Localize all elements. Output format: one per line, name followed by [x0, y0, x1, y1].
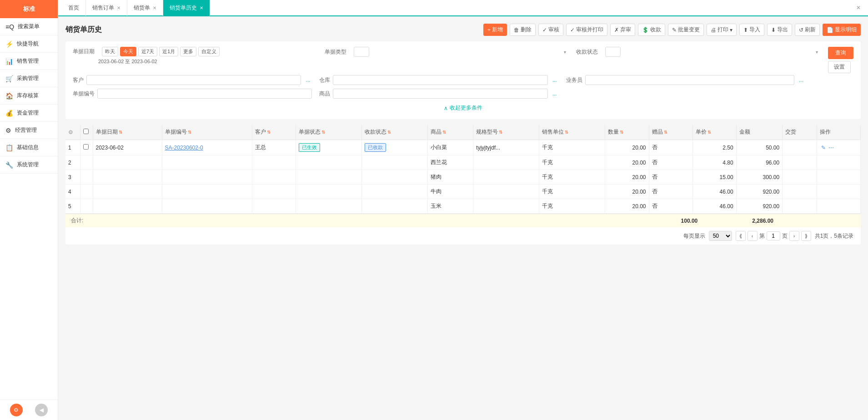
cell-collect-status	[362, 170, 428, 185]
table-row: 3 猪肉 千克 20.00 否 15.00 300.00	[65, 170, 861, 185]
date-btn-1month[interactable]: 近1月	[159, 47, 178, 56]
col-collect-status[interactable]: 收款状态⇅	[362, 125, 428, 140]
tab-close-sales-order[interactable]: ✕	[117, 5, 120, 10]
sidebar-settings-btn[interactable]: ⚙	[10, 404, 23, 416]
filter-area: 单据日期 昨天 今天 近7天 近1月 更多 自定义 2023-06-02 至 2…	[65, 41, 861, 119]
goods-input[interactable]	[333, 89, 547, 99]
collect-select[interactable]	[605, 47, 621, 57]
cell-spec	[473, 170, 539, 185]
new-button[interactable]: + 新增	[483, 24, 507, 36]
collect-button[interactable]: 💲 收款	[638, 24, 665, 36]
order-no-sort-icon: ⇅	[188, 130, 191, 135]
sidebar-item-basic-info[interactable]: 📋 基础信息	[0, 139, 58, 156]
col-order-status[interactable]: 单据状态⇅	[296, 125, 361, 140]
page-prev-btn[interactable]: ‹	[748, 231, 758, 241]
col-goods[interactable]: 商品⇅	[428, 125, 473, 140]
sidebar-collapse-btn[interactable]: ◀	[35, 404, 48, 416]
setting-button[interactable]: 设置	[828, 61, 851, 73]
salesman-ellipsis[interactable]: ...	[797, 77, 805, 83]
cell-actions: ✎⋯	[817, 140, 860, 155]
col-gear[interactable]: ⚙	[65, 125, 80, 140]
price-sort-icon: ⇅	[707, 130, 711, 135]
batch-change-button[interactable]: ✎ 批量变更	[668, 24, 704, 36]
page-input[interactable]	[767, 231, 780, 240]
goods-sort-icon: ⇅	[442, 130, 446, 135]
col-qty[interactable]: 数量⇅	[605, 125, 649, 140]
page-label-prefix: 第	[759, 232, 765, 240]
warehouse-input[interactable]	[333, 75, 547, 85]
table-row: 2 西兰花 千克 20.00 否 4.80 96.00	[65, 155, 861, 170]
per-page-select[interactable]: 50 100	[709, 231, 732, 241]
table-header-row: ⚙ 单据日期⇅ 单据编号⇅ 客户⇅	[65, 125, 861, 140]
tab-sales-history[interactable]: 销货单历史 ✕	[163, 0, 210, 16]
row-checkbox[interactable]	[83, 144, 89, 150]
cell-price: 15.00	[692, 170, 736, 185]
date-sort-icon: ⇅	[119, 130, 122, 135]
tab-sales-order[interactable]: 销售订单 ✕	[86, 0, 127, 16]
audit-button[interactable]: ✓ 审核	[538, 24, 563, 36]
sidebar-item-sales-mgmt[interactable]: 📊 销售管理	[0, 53, 58, 70]
col-customer[interactable]: 客户⇅	[252, 125, 296, 140]
order-num-input[interactable]	[97, 89, 312, 99]
sidebar-item-ops-mgmt[interactable]: ⚙ 经营管理	[0, 122, 58, 139]
total-info: 共1页，5条记录	[815, 232, 853, 240]
print-dropdown-icon: ▾	[730, 27, 733, 33]
page-last-btn[interactable]: ⟫	[801, 231, 811, 241]
salesman-input[interactable]	[585, 75, 794, 85]
cell-goods: 猪肉	[428, 170, 473, 185]
sidebar-item-sys-mgmt[interactable]: 🔧 系统管理	[0, 156, 58, 174]
col-spec[interactable]: 规格型号⇅	[473, 125, 539, 140]
refresh-button[interactable]: ↺ 刷新	[795, 24, 820, 36]
tab-close-sales-history[interactable]: ✕	[200, 5, 203, 10]
tab-bar-close-btn[interactable]: ✕	[853, 5, 864, 11]
query-button[interactable]: 查询	[828, 47, 853, 59]
date-btn-custom[interactable]: 自定义	[198, 47, 220, 56]
export-button[interactable]: ⬇ 导出	[767, 24, 792, 36]
type-label: 单据类型	[325, 48, 346, 56]
page-next-btn[interactable]: ›	[789, 231, 799, 241]
col-order-no[interactable]: 单据编号⇅	[162, 125, 252, 140]
date-btn-more[interactable]: 更多	[180, 47, 196, 56]
date-btn-yesterday[interactable]: 昨天	[102, 47, 118, 56]
collect-label: 收款状态	[576, 48, 598, 56]
goods-ellipsis[interactable]: ...	[551, 90, 559, 97]
print-button[interactable]: 🖨 打印 ▾	[707, 24, 737, 36]
page-first-btn[interactable]: ⟪	[736, 231, 746, 241]
col-unit[interactable]: 销售单位⇅	[539, 125, 605, 140]
audit-print-button[interactable]: ✓ 审核并打印	[566, 24, 607, 36]
sidebar-item-purchase-mgmt[interactable]: 🛒 采购管理	[0, 70, 58, 87]
tab-sales-goods[interactable]: 销货单 ✕	[127, 0, 163, 16]
tab-home[interactable]: 首页	[62, 0, 86, 16]
sidebar-item-finance[interactable]: 💰 资金管理	[0, 105, 58, 122]
show-detail-button[interactable]: 📄 显示明细	[823, 24, 861, 36]
show-detail-icon: 📄	[827, 27, 833, 33]
customer-input[interactable]	[86, 75, 301, 85]
order-no-link[interactable]: SA-20230602-0	[165, 145, 203, 151]
abandon-button[interactable]: ✗ 弃审	[610, 24, 635, 36]
select-all-checkbox[interactable]	[83, 129, 89, 134]
cell-checkbox	[80, 155, 93, 170]
date-btn-7days[interactable]: 近7天	[138, 47, 157, 56]
customer-ellipsis[interactable]: ...	[304, 77, 312, 83]
warehouse-ellipsis[interactable]: ...	[551, 77, 559, 83]
sidebar-item-quick-nav[interactable]: ⚡ 快捷导航	[0, 35, 58, 53]
date-btn-today[interactable]: 今天	[120, 47, 136, 56]
col-price[interactable]: 单价⇅	[692, 125, 736, 140]
cell-trade	[783, 155, 817, 170]
col-gift[interactable]: 赠品⇅	[649, 125, 692, 140]
col-date[interactable]: 单据日期⇅	[93, 125, 162, 140]
sidebar-item-search-menu[interactable]: ≡Q 搜索菜单	[0, 18, 58, 35]
table-gear-icon[interactable]: ⚙	[68, 129, 73, 135]
type-select[interactable]	[354, 47, 369, 57]
sidebar-item-inventory[interactable]: 🏠 库存核算	[0, 87, 58, 105]
cell-qty: 20.00	[605, 199, 649, 214]
tab-close-sales-goods[interactable]: ✕	[153, 5, 156, 10]
collect-status-badge: 已收款	[365, 143, 386, 152]
filter-more-btn[interactable]: ∧ 收起更多条件	[442, 102, 484, 114]
goods-filter: 商品 ...	[319, 89, 558, 99]
import-button[interactable]: ⬆ 导入	[739, 24, 764, 36]
delete-button[interactable]: 🗑 删除	[510, 24, 536, 36]
edit-action-btn[interactable]: ✎	[821, 145, 826, 151]
more-action-btn[interactable]: ⋯	[828, 145, 834, 151]
date-range: 2023-06-02 至 2023-06-02	[98, 58, 157, 65]
